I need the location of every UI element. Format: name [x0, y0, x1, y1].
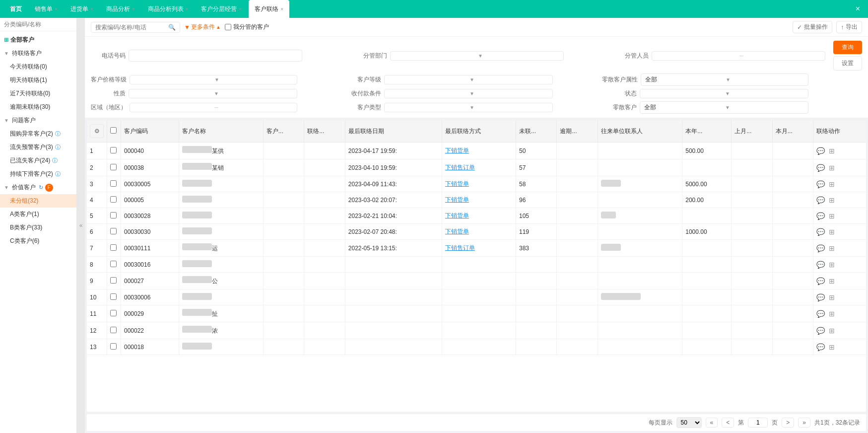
dept-select[interactable]: ▼ — [390, 51, 564, 61]
chat-icon[interactable]: 💬 — [816, 261, 825, 269]
row-check[interactable] — [107, 273, 121, 289]
table-settings-icon[interactable]: ⚙ — [90, 124, 104, 138]
grid-action-icon[interactable]: ⊞ — [829, 244, 835, 252]
close-analysis-list-icon[interactable]: × — [186, 6, 189, 12]
close-purchase-icon[interactable]: × — [90, 6, 93, 12]
nav-tab-purchase[interactable]: 进货单 × — [65, 0, 99, 18]
pending-contact-group[interactable]: ▼ 待联络客户 — [0, 47, 76, 60]
row-check[interactable] — [107, 224, 121, 240]
declining-item[interactable]: 持续下滑客户(2) ⓘ — [0, 167, 76, 181]
close-customer-contact-icon[interactable]: × — [280, 6, 283, 12]
churn-warning-item[interactable]: 流失预警客户(3) ⓘ — [0, 141, 76, 154]
sidebar-collapse-btn[interactable]: « — [77, 18, 85, 433]
problem-customer-group[interactable]: ▼ 问题客户 — [0, 114, 76, 127]
my-customers-checkbox[interactable]: 我分管的客户 — [225, 23, 269, 31]
row-last-method[interactable]: 下销货单 — [442, 143, 516, 159]
grid-action-icon[interactable]: ⊞ — [829, 327, 835, 335]
select-all-checkbox[interactable] — [110, 127, 117, 134]
row-check[interactable] — [107, 339, 121, 355]
tomorrow-pending-item[interactable]: 明天待联络(1) — [0, 73, 76, 87]
today-pending-item[interactable]: 今天待联络(0) — [0, 60, 76, 73]
payment-select[interactable]: ▼ — [384, 89, 553, 98]
a-class-item[interactable]: A类客户(1) — [0, 208, 76, 221]
all-customers-item[interactable]: ⊞ 全部客户 — [0, 33, 76, 47]
row-check[interactable] — [107, 208, 121, 224]
price-level-select[interactable]: ▼ — [130, 75, 297, 84]
chat-icon[interactable]: 💬 — [816, 196, 825, 204]
customer-level-select[interactable]: ▼ — [384, 75, 553, 84]
chat-icon[interactable]: 💬 — [816, 327, 825, 335]
grid-action-icon[interactable]: ⊞ — [829, 261, 835, 269]
main-search-box[interactable]: 🔍 — [91, 22, 180, 33]
last-page-btn[interactable]: » — [798, 418, 810, 428]
refresh-icon[interactable]: ↻ — [39, 184, 43, 191]
grid-action-icon[interactable]: ⊞ — [829, 164, 835, 172]
nav-tab-analysis[interactable]: 商品分析 × — [100, 0, 141, 18]
grid-action-icon[interactable]: ⊞ — [829, 196, 835, 204]
row-check[interactable] — [107, 176, 121, 192]
grid-action-icon[interactable]: ⊞ — [829, 147, 835, 155]
row-check[interactable] — [107, 257, 121, 273]
row-check[interactable] — [107, 322, 121, 339]
row-check[interactable] — [107, 240, 121, 257]
status-select[interactable]: ▼ — [640, 89, 808, 98]
nav-tab-home[interactable]: 首页 — [4, 0, 28, 18]
row-check[interactable] — [107, 143, 121, 159]
region-select[interactable]: ··· — [130, 103, 297, 112]
first-page-btn[interactable]: « — [706, 418, 718, 428]
close-analysis-icon[interactable]: × — [132, 6, 135, 12]
customer-type-select[interactable]: ▼ — [384, 103, 553, 112]
retail-attr-select[interactable]: 全部 ▼ — [641, 73, 808, 86]
row-check[interactable] — [107, 305, 121, 322]
chat-icon[interactable]: 💬 — [816, 212, 825, 220]
grid-action-icon[interactable]: ⊞ — [829, 277, 835, 285]
c-class-item[interactable]: C类客户(6) — [0, 234, 76, 248]
prev-page-btn[interactable]: < — [722, 418, 734, 428]
row-last-method[interactable]: 下销货单 — [442, 176, 516, 192]
main-search-icon[interactable]: 🔍 — [168, 24, 176, 31]
more-conditions-btn[interactable]: ▼ 更多条件 ▲ — [184, 23, 221, 31]
chat-icon[interactable]: 💬 — [816, 147, 825, 155]
overdue-item[interactable]: 逾期未联络(30) — [0, 100, 76, 114]
chat-icon[interactable]: 💬 — [816, 164, 825, 172]
row-check[interactable] — [107, 192, 121, 208]
nav-tab-customer-mgr[interactable]: 客户分层经营 × — [195, 0, 248, 18]
nav-tab-analysis-list[interactable]: 商品分析列表 × — [142, 0, 195, 18]
batch-ops-btn[interactable]: ✓ 批量操作 — [793, 21, 832, 33]
value-customer-group[interactable]: ▼ 价值客户 ↻ F — [0, 181, 76, 194]
chat-icon[interactable]: 💬 — [816, 310, 825, 318]
grid-action-icon[interactable]: ⊞ — [829, 293, 835, 301]
nav-tab-sales[interactable]: 销售单 × — [29, 0, 64, 18]
grid-action-icon[interactable]: ⊞ — [829, 228, 835, 236]
churned-item[interactable]: 已流失客户(24) ⓘ — [0, 154, 76, 167]
grid-action-icon[interactable]: ⊞ — [829, 180, 835, 188]
ungroup-item[interactable]: 未分组(32) — [0, 194, 76, 208]
close-sales-icon[interactable]: × — [55, 6, 58, 12]
row-last-method[interactable]: 下销售订单 — [442, 240, 516, 257]
b-class-item[interactable]: B类客户(33) — [0, 221, 76, 234]
reset-btn[interactable]: 设置 — [833, 56, 862, 71]
settings-col-header[interactable]: ⚙ — [87, 120, 107, 143]
chat-icon[interactable]: 💬 — [816, 244, 825, 252]
manager-select[interactable]: ··· — [652, 51, 825, 61]
search-btn[interactable]: 查询 — [833, 41, 862, 54]
chat-icon[interactable]: 💬 — [816, 228, 825, 236]
per-page-select[interactable]: 50 100 200 — [676, 417, 702, 428]
row-check[interactable] — [107, 159, 121, 176]
phone-input[interactable] — [129, 50, 302, 62]
chat-icon[interactable]: 💬 — [816, 343, 825, 351]
retail-customer-select[interactable]: 全部 ▼ — [640, 101, 808, 114]
chat-icon[interactable]: 💬 — [816, 180, 825, 188]
my-customers-check[interactable] — [225, 24, 231, 30]
current-page-input[interactable] — [748, 418, 768, 428]
abnormal-item[interactable]: 囤购异常客户(2) ⓘ — [0, 127, 76, 141]
row-check[interactable] — [107, 289, 121, 305]
chat-icon[interactable]: 💬 — [816, 277, 825, 285]
category-search-input[interactable] — [4, 21, 77, 28]
row-last-method[interactable]: 下销货单 — [442, 208, 516, 224]
row-last-method[interactable]: 下销货单 — [442, 224, 516, 240]
grid-action-icon[interactable]: ⊞ — [829, 343, 835, 351]
close-customer-mgr-icon[interactable]: × — [239, 6, 242, 12]
next-page-btn[interactable]: > — [782, 418, 794, 428]
chat-icon[interactable]: 💬 — [816, 293, 825, 301]
